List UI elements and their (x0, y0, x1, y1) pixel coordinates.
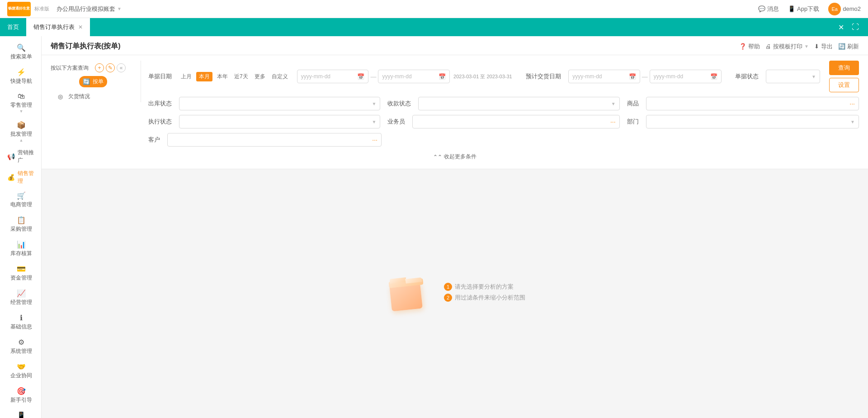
date-end-input[interactable]: yyyy-mm-dd 📅 (378, 70, 450, 83)
collapse-scheme-button[interactable]: « (117, 63, 126, 72)
tab-close-icon[interactable]: ✕ (78, 24, 83, 30)
retail-arrow-icon: ▼ (19, 109, 24, 114)
step-1-number: 1 (444, 283, 452, 291)
date-start-input[interactable]: yyyy-mm-dd 📅 (297, 70, 369, 83)
sidebar-item-enterprise[interactable]: 🤝 企业协同 (0, 359, 41, 383)
print-icon: 🖨 (765, 43, 771, 50)
sidebar-item-inventory[interactable]: 📊 库存核算 (0, 237, 41, 261)
sidebar-item-finance[interactable]: 💳 资金管理 (0, 261, 41, 285)
date-display: 2023-03-01 至 2023-03-31 (453, 73, 512, 80)
page-header: 销售订单执行表(按单) ❓ 帮助 🖨 按模板打印 ▼ ⬇ 导出 🔄 刷新 (42, 36, 868, 55)
customer-selector[interactable]: ··· (167, 133, 382, 147)
app-logo: 畅捷通好生意 (7, 2, 31, 16)
help-button[interactable]: ❓ 帮助 (739, 43, 760, 51)
filter-row-2: 出库状态 ▼ 收款状态 ▼ (148, 97, 859, 110)
sidebar-item-ecommerce[interactable]: 🛒 电商管理 (0, 188, 41, 212)
delivery-date-end[interactable]: yyyy-mm-dd 📅 (650, 70, 722, 83)
user-menu[interactable]: Ea demo2 (828, 3, 861, 15)
export-icon: ⬇ (814, 43, 819, 50)
sidebar-item-system[interactable]: ⚙ 系统管理 (0, 334, 41, 359)
refresh-icon: 🔄 (838, 43, 845, 50)
sidebar-item-operations[interactable]: 📈 经营管理 (0, 285, 41, 310)
tab-maximize-icon[interactable]: ⛶ (850, 22, 861, 33)
help-icon: ❓ (739, 43, 746, 50)
salesperson-selector[interactable]: ··· (412, 115, 619, 128)
customer-dots-icon: ··· (372, 136, 377, 143)
department-selector[interactable]: ▼ (646, 115, 859, 128)
empty-step-2: 2 用过滤条件来缩小分析范围 (444, 294, 525, 302)
calendar-delivery-end-icon: 📅 (710, 73, 717, 80)
logo-subtitle: 标准版 (34, 5, 49, 12)
scheme-item-backorder[interactable]: ◎ 欠货情况 (51, 91, 135, 102)
print-dropdown-arrow[interactable]: ▼ (804, 44, 809, 49)
date-tab-lastmonth[interactable]: 上月 (179, 72, 193, 81)
scheme-order-icon: 🔄 (83, 78, 90, 85)
date-tabs: 上月 本月 本年 近7天 更多 自定义 (179, 72, 290, 81)
date-filter-row: 单据日期 上月 本月 本年 近7天 更多 自定义 yyyy-mm-dd (148, 61, 859, 92)
edit-scheme-button[interactable]: ✎ (106, 63, 115, 72)
date-tab-more[interactable]: 更多 (253, 72, 267, 81)
wholesale-arrow-icon: ▲ (19, 138, 24, 142)
sidebar-sub-sales[interactable]: 💰 销售管理 (0, 167, 41, 188)
export-button[interactable]: ⬇ 导出 (814, 43, 833, 51)
salesperson-dots-icon: ··· (610, 118, 616, 125)
add-scheme-button[interactable]: + (95, 63, 104, 72)
delivery-date-start[interactable]: yyyy-mm-dd 📅 (568, 70, 640, 83)
shortcut-icon: ⚡ (17, 68, 26, 76)
tab-close-window-icon[interactable]: ✕ (835, 22, 846, 33)
delivery-status-selector[interactable]: ▼ (179, 97, 380, 110)
sidebar-item-appstore[interactable]: 📱 应用中心 (0, 408, 41, 418)
empty-illustration (384, 271, 429, 316)
nav-dropdown-arrow: ▼ (117, 6, 122, 11)
tab-home[interactable]: 首页 (0, 18, 26, 36)
date-tab-thisyear[interactable]: 本年 (215, 72, 230, 81)
query-button[interactable]: 查询 (829, 61, 859, 75)
filter-panel: 按以下方案查询 + ✎ « (42, 55, 868, 169)
wholesale-icon: 📦 (17, 121, 26, 129)
exec-status-selector[interactable]: ▼ (179, 115, 380, 128)
goods-dots-icon: ··· (849, 100, 855, 107)
nav-dropdown[interactable]: 办公用品行业模拟账套 ▼ (57, 5, 122, 13)
date-tab-7days[interactable]: 近7天 (232, 72, 250, 81)
sidebar-sub-marketing[interactable]: 📢 营销推广 (0, 146, 41, 167)
sidebar-item-newbie[interactable]: 🎯 新手引导 (0, 383, 41, 408)
sidebar-item-shortcut[interactable]: ⚡ 快捷导航 (0, 64, 41, 89)
top-bar: 畅捷通好生意 标准版 办公用品行业模拟账套 ▼ 💬 消息 📱 App下载 Ea … (0, 0, 868, 18)
sidebar-item-wholesale[interactable]: 📦 批发管理 ▲ (0, 117, 41, 146)
sidebar-item-search[interactable]: 🔍 搜索菜单 (0, 40, 41, 64)
page-actions: ❓ 帮助 🖨 按模板打印 ▼ ⬇ 导出 🔄 刷新 (739, 43, 859, 51)
date-range: yyyy-mm-dd 📅 — yyyy-mm-dd 📅 (297, 70, 450, 83)
payment-status-selector[interactable]: ▼ (418, 97, 619, 110)
main-layout: 🔍 搜索菜单 ⚡ 快捷导航 🛍 零售管理 ▼ 📦 批发管理 ▲ 📢 营销推广 💰… (0, 36, 868, 418)
operations-icon: 📈 (17, 289, 26, 298)
order-status-arrow-icon: ▼ (811, 74, 816, 79)
empty-step-1: 1 请先选择要分析的方案 (444, 283, 525, 291)
appstore-icon: 📱 (17, 411, 26, 418)
sidebar-item-basic[interactable]: ℹ 基础信息 (0, 310, 41, 334)
settings-button[interactable]: 设置 (829, 78, 859, 92)
messages-button[interactable]: 💬 消息 (758, 5, 779, 13)
backorder-icon: ◎ (58, 93, 63, 100)
collapse-filter-button[interactable]: ⌃⌃ 收起更多条件 (51, 150, 859, 163)
empty-state: 1 请先选择要分析的方案 2 用过滤条件来缩小分析范围 (42, 169, 868, 418)
finance-icon: 💳 (17, 265, 26, 273)
refresh-button[interactable]: 🔄 刷新 (838, 43, 859, 51)
print-button[interactable]: 🖨 按模板打印 ▼ (765, 43, 809, 51)
app-download-button[interactable]: 📱 App下载 (788, 5, 819, 13)
download-icon: 📱 (788, 5, 795, 12)
top-bar-left: 畅捷通好生意 标准版 办公用品行业模拟账套 ▼ (7, 2, 122, 16)
calendar-delivery-start-icon: 📅 (629, 73, 636, 80)
goods-selector[interactable]: ··· (646, 97, 859, 110)
tab-sales-order[interactable]: 销售订单执行表 ✕ (26, 18, 90, 36)
content-area: 销售订单执行表(按单) ❓ 帮助 🖨 按模板打印 ▼ ⬇ 导出 🔄 刷新 (42, 36, 868, 418)
page-title: 销售订单执行表(按单) (51, 42, 121, 51)
sidebar-item-retail[interactable]: 🛍 零售管理 ▼ (0, 89, 41, 117)
enterprise-icon: 🤝 (17, 362, 26, 371)
date-tab-custom[interactable]: 自定义 (270, 72, 290, 81)
sales-icon: 💰 (7, 174, 15, 181)
scheme-item-order[interactable]: 🔄 按单 (79, 76, 107, 87)
order-status-selector[interactable]: ▼ (766, 70, 820, 83)
date-tab-thismonth[interactable]: 本月 (196, 72, 212, 81)
avatar: Ea (828, 3, 841, 15)
sidebar-item-purchase[interactable]: 📋 采购管理 (0, 212, 41, 237)
